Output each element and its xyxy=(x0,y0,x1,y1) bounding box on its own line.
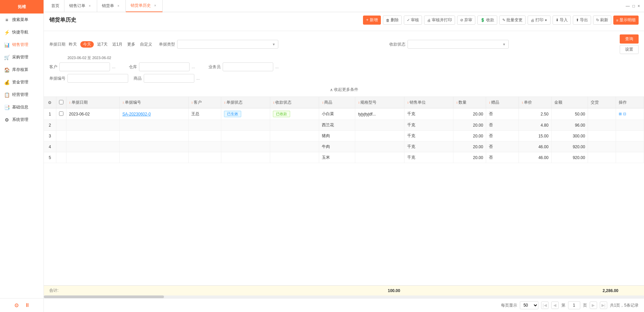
sort-price-icon: ↕ xyxy=(522,101,523,104)
col-gift[interactable]: ↕赠品 xyxy=(486,97,519,108)
salesperson-dots[interactable]: ... xyxy=(275,64,279,69)
shortcut-7days[interactable]: 近7天 xyxy=(96,41,109,48)
tab-sales-history[interactable]: 销货单历史 × xyxy=(126,0,163,12)
shortcut-1month[interactable]: 近1月 xyxy=(111,41,124,48)
per-page-select[interactable]: 50 100 200 xyxy=(520,301,538,309)
cell-gift: 否 xyxy=(486,120,519,131)
customer-input[interactable] xyxy=(59,62,110,71)
warehouse-dots[interactable]: ... xyxy=(192,64,195,69)
collapse-button[interactable]: ∧ 收起更多条件 xyxy=(49,87,639,93)
col-doc-no[interactable]: ↕单据编号 xyxy=(119,97,188,108)
filter-settings-button[interactable]: 设置 xyxy=(620,45,639,54)
cell-quantity: 20.00 xyxy=(453,108,486,120)
new-button[interactable]: + 新增 xyxy=(363,16,381,25)
last-page-btn[interactable]: ▶| xyxy=(600,302,607,309)
salesperson-input[interactable] xyxy=(223,62,273,71)
tab-close-sales-history[interactable]: × xyxy=(153,3,158,8)
doc-no-link[interactable]: SA-20230602-0 xyxy=(122,112,151,116)
audit-button[interactable]: ✓ 审核 xyxy=(404,16,422,25)
cell-goods: 西兰花 xyxy=(319,120,355,131)
doc-type-select[interactable]: ▼ xyxy=(177,40,278,49)
action-copy-btn[interactable]: ⊡ xyxy=(623,112,626,116)
export-button[interactable]: ⬆ 导出 xyxy=(573,16,591,25)
col-settings[interactable]: ⚙ xyxy=(44,97,56,108)
payment-status-select[interactable]: ▼ xyxy=(408,40,509,49)
next-page-btn[interactable]: ▶ xyxy=(590,302,597,309)
cell-goods: 猪肉 xyxy=(319,131,355,141)
sidebar-collapse-btn[interactable]: ⏸ xyxy=(23,301,31,309)
sidebar-item-ops-mgmt[interactable]: 📋 经营管理 xyxy=(0,88,44,101)
sidebar-item-finance-mgmt[interactable]: 💰 资金管理 xyxy=(0,76,44,88)
sidebar-item-quick-nav[interactable]: ⚡ 快捷导航 xyxy=(0,26,44,38)
row-index: 5 xyxy=(44,152,56,163)
goods-dots[interactable]: ... xyxy=(196,76,200,81)
batch-change-button[interactable]: ✎ 批量变更 xyxy=(499,16,526,25)
collect-button[interactable]: 💲 收款 xyxy=(477,16,497,25)
cell-payment-status xyxy=(270,120,319,131)
sort-gift-icon: ↕ xyxy=(489,101,491,104)
delete-button[interactable]: 🗑 删除 xyxy=(383,16,402,25)
col-doc-status[interactable]: ↕单据状态 xyxy=(221,97,270,108)
refresh-button[interactable]: ↻ 刷新 xyxy=(593,16,611,25)
table-row: 3猪肉千克20.00否15.00300.00 xyxy=(44,131,644,141)
table-row: 12023-06-02SA-20230602-0王总已生效已收款小白菜tyjyj… xyxy=(44,108,644,120)
tab-maximize-btn[interactable]: □ xyxy=(633,4,635,8)
col-unit[interactable]: ↕销售单位 xyxy=(404,97,453,108)
sidebar-item-inventory[interactable]: 🏠 库存核算 xyxy=(0,63,44,76)
col-customer[interactable]: ↕客户 xyxy=(188,97,221,108)
col-unit-price[interactable]: ↕单价 xyxy=(519,97,552,108)
first-page-btn[interactable]: |◀ xyxy=(541,302,549,309)
audit-icon: ✓ xyxy=(407,18,410,22)
print-button[interactable]: 🖨 打印 ▼ xyxy=(528,16,551,25)
import-button[interactable]: ⬇ 导入 xyxy=(553,16,571,25)
page-number-input[interactable] xyxy=(568,301,580,309)
shortcut-more[interactable]: 更多 xyxy=(126,41,137,48)
sidebar-item-sales-mgmt[interactable]: 📊 销售管理 xyxy=(0,38,44,51)
select-all-checkbox[interactable] xyxy=(59,100,63,104)
cell-unit: 千克 xyxy=(404,108,453,120)
collapse-arrow-icon: ∧ xyxy=(330,87,333,92)
action-detail-btn[interactable]: ⊞ xyxy=(619,112,622,116)
cell-unit-price: 4.80 xyxy=(519,120,552,131)
sidebar-settings-btn[interactable]: ⚙ xyxy=(12,301,21,309)
cell-doc-no[interactable]: SA-20230602-0 xyxy=(119,108,188,120)
shortcut-today[interactable]: 今天 xyxy=(80,41,94,48)
col-payment-status[interactable]: ↕收款状态 xyxy=(270,97,319,108)
tab-close-sales-goods[interactable]: × xyxy=(116,4,121,8)
payment-status-arrow-icon: ▼ xyxy=(502,43,506,46)
audit-print-button[interactable]: 🖨 审核并打印 xyxy=(424,16,455,25)
show-detail-button[interactable]: ≡ 显示明细 xyxy=(613,16,639,25)
tab-close-sales-order[interactable]: × xyxy=(87,4,92,8)
abandon-button[interactable]: ⊘ 弃审 xyxy=(457,16,475,25)
sidebar-item-search-menu[interactable]: ≡ 搜索菜单 xyxy=(0,14,44,26)
query-button[interactable]: 查询 xyxy=(620,34,639,44)
goods-input[interactable] xyxy=(144,74,194,83)
prev-page-btn[interactable]: ◀ xyxy=(551,302,559,309)
row-checkbox[interactable] xyxy=(59,111,63,116)
tabs-bar: 首页 销售订单 × 销货单 × 销货单历史 × — □ × xyxy=(44,0,644,12)
sidebar-item-label: 经营管理 xyxy=(12,92,28,98)
cell-date xyxy=(66,141,119,152)
shortcut-yesterday[interactable]: 昨天 xyxy=(67,41,78,48)
tab-home[interactable]: 首页 xyxy=(47,0,64,12)
warehouse-input[interactable] xyxy=(139,62,190,71)
scroll-thumb[interactable] xyxy=(44,295,164,298)
col-spec[interactable]: ↕规格型号 xyxy=(355,97,404,108)
sidebar-item-purchase-mgmt[interactable]: 🛒 采购管理 xyxy=(0,51,44,63)
tab-minimize-btn[interactable]: — xyxy=(626,4,630,8)
cell-date: 2023-06-02 xyxy=(66,108,119,120)
sidebar-item-base-info[interactable]: 📑 基础信息 xyxy=(0,101,44,113)
tab-close-all-btn[interactable]: × xyxy=(638,4,640,8)
customer-dots[interactable]: ... xyxy=(112,64,115,69)
shortcut-custom[interactable]: 自定义 xyxy=(139,41,153,48)
sidebar-item-sys-mgmt[interactable]: ⚙ 系统管理 xyxy=(0,113,44,126)
col-quantity[interactable]: ↕数量 xyxy=(453,97,486,108)
col-date[interactable]: ↕单据日期 xyxy=(66,97,119,108)
horizontal-scrollbar[interactable] xyxy=(44,295,644,298)
cell-customer xyxy=(188,131,221,141)
total-info: 共1页，5条记录 xyxy=(610,303,639,308)
col-goods[interactable]: ↕商品 xyxy=(319,97,355,108)
tab-sales-order[interactable]: 销售订单 × xyxy=(64,0,97,12)
doc-no-input[interactable] xyxy=(67,74,128,83)
tab-sales-goods[interactable]: 销货单 × xyxy=(97,0,126,12)
